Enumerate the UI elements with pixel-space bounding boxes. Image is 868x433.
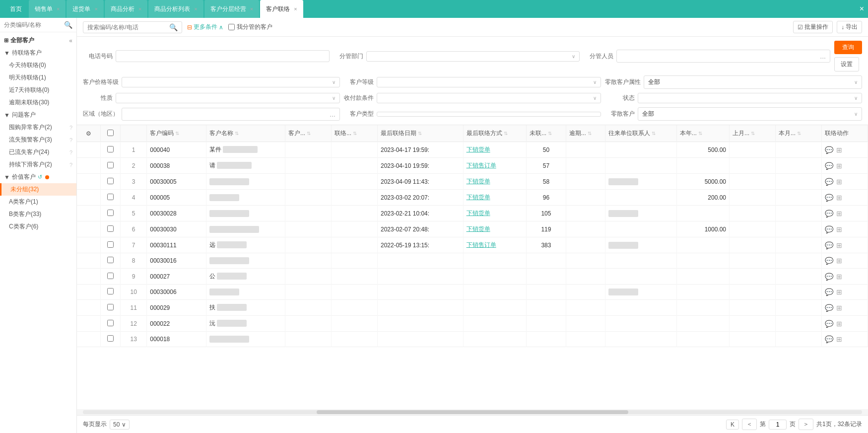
- action-grid-icon-8[interactable]: ⊞: [836, 273, 842, 281]
- row-lastway-link-4[interactable]: 下销货单: [467, 210, 490, 216]
- sidebar-item-classC[interactable]: C类客户(6): [0, 220, 76, 233]
- row-check-8[interactable]: [101, 269, 121, 285]
- horizontal-scrollbar[interactable]: [83, 410, 862, 414]
- row-checkbox-2[interactable]: [107, 178, 114, 184]
- thisyear-sort-icon[interactable]: ⇅: [698, 131, 702, 136]
- sidebar-item-overdue[interactable]: 逾期未联络(30): [0, 96, 76, 109]
- lastdate-sort-icon[interactable]: ⇅: [418, 131, 422, 136]
- sidebar-item-tomorrow[interactable]: 明天待联络(1): [0, 72, 76, 84]
- action-grid-icon-11[interactable]: ⊞: [836, 320, 842, 328]
- filter-search-input[interactable]: [87, 24, 167, 31]
- filter-scatter-select[interactable]: 全部 ∨: [638, 107, 862, 121]
- tab-customer-contact-close[interactable]: ×: [294, 6, 297, 12]
- action-chat-icon-2[interactable]: 💬: [825, 178, 833, 186]
- tab-customer-tier-close[interactable]: ×: [250, 6, 253, 12]
- action-grid-icon-1[interactable]: ⊞: [836, 162, 842, 170]
- next-page-button[interactable]: ＞: [799, 419, 813, 430]
- thismonth-sort-icon[interactable]: ⇅: [797, 131, 801, 136]
- sidebar-item-classA[interactable]: A类客户(1): [0, 196, 76, 208]
- row-lastway-link-1[interactable]: 下销售订单: [467, 162, 496, 169]
- sidebar-item-declining[interactable]: 持续下滑客户(2) ?: [0, 158, 76, 171]
- filter-nature-select[interactable]: ∨: [116, 93, 340, 103]
- sidebar-item-today[interactable]: 今天待联络(0): [0, 59, 76, 72]
- row-check-11[interactable]: [101, 316, 121, 332]
- filter-scatter-attr-select[interactable]: 全部 ∨: [644, 75, 862, 89]
- row-checkbox-3[interactable]: [107, 194, 114, 200]
- filter-cust-type-select[interactable]: [377, 112, 601, 117]
- action-chat-icon-7[interactable]: 💬: [825, 257, 833, 265]
- filter-person-dots[interactable]: ...: [820, 52, 826, 60]
- my-customer-check[interactable]: [228, 24, 235, 30]
- sidebar-collapse-btn[interactable]: «: [69, 37, 72, 44]
- export-button[interactable]: ↓ 导出: [837, 21, 862, 33]
- row-check-12[interactable]: [101, 332, 121, 347]
- row-checkbox-6[interactable]: [107, 241, 114, 248]
- select-all-checkbox[interactable]: [107, 130, 114, 136]
- sidebar-group-value[interactable]: ▼ 价值客户 ↺: [0, 171, 76, 183]
- tab-sales[interactable]: 销售单 ×: [29, 0, 66, 18]
- tab-purchase[interactable]: 进货单 ×: [67, 0, 103, 18]
- action-grid-icon-12[interactable]: ⊞: [836, 335, 842, 343]
- refresh-icon[interactable]: ↺: [38, 174, 42, 180]
- action-chat-icon-1[interactable]: 💬: [825, 162, 833, 170]
- tab-customer-contact[interactable]: 客户联络 ×: [260, 0, 303, 18]
- col-check-header[interactable]: [101, 125, 121, 142]
- row-checkbox-9[interactable]: [107, 288, 114, 294]
- row-lastway-link-6[interactable]: 下销售订单: [467, 241, 496, 248]
- action-chat-icon-5[interactable]: 💬: [825, 225, 833, 233]
- row-checkbox-4[interactable]: [107, 210, 114, 216]
- reset-button[interactable]: 设置: [834, 57, 859, 72]
- row-check-5[interactable]: [101, 221, 121, 237]
- page-size-select[interactable]: 50 ∨: [110, 420, 130, 430]
- filter-region-select[interactable]: ...: [122, 108, 340, 121]
- action-chat-icon-0[interactable]: 💬: [825, 146, 833, 154]
- code-sort-icon[interactable]: ⇅: [175, 131, 179, 136]
- row-lastway-link-5[interactable]: 下销货单: [467, 225, 490, 232]
- action-grid-icon-9[interactable]: ⊞: [836, 288, 842, 296]
- row-checkbox-7[interactable]: [107, 257, 114, 263]
- row-checkbox-8[interactable]: [107, 273, 114, 279]
- sidebar-item-classB[interactable]: B类客户(33): [0, 208, 76, 220]
- row-check-3[interactable]: [101, 190, 121, 206]
- tab-home[interactable]: 首页: [4, 0, 28, 18]
- action-chat-icon-8[interactable]: 💬: [825, 273, 833, 281]
- filter-status-select[interactable]: ∨: [638, 93, 862, 103]
- row-lastway-link-3[interactable]: 下销货单: [467, 194, 490, 201]
- tab-goods-analysis-list[interactable]: 商品分析列表 ×: [148, 0, 203, 18]
- lastway-sort-icon[interactable]: ⇅: [504, 131, 508, 136]
- filter-phone-input[interactable]: [116, 50, 330, 62]
- action-grid-icon-0[interactable]: ⊞: [836, 146, 842, 154]
- filter-payment-select[interactable]: ∨: [377, 93, 601, 103]
- my-customer-checkbox[interactable]: 我分管的客户: [228, 23, 272, 31]
- cat-sort-icon[interactable]: ⇅: [307, 131, 311, 136]
- action-chat-icon-4[interactable]: 💬: [825, 210, 833, 217]
- sidebar-item-unsorted[interactable]: 未分组(32): [0, 183, 76, 196]
- row-check-7[interactable]: [101, 253, 121, 269]
- tab-sales-close[interactable]: ×: [57, 6, 60, 12]
- bizcontact-sort-icon[interactable]: ⇅: [652, 131, 656, 136]
- action-chat-icon-3[interactable]: 💬: [825, 194, 833, 202]
- filter-person-select[interactable]: ...: [616, 50, 830, 63]
- sidebar-all-customers[interactable]: ⊞ 全部客户 «: [0, 32, 76, 47]
- action-chat-icon-9[interactable]: 💬: [825, 288, 833, 296]
- row-check-10[interactable]: [101, 300, 121, 316]
- page-input[interactable]: [769, 420, 787, 430]
- contact-sort-icon[interactable]: ⇅: [353, 131, 357, 136]
- sidebar-item-7days[interactable]: 近7天待联络(0): [0, 84, 76, 96]
- row-lastway-link-2[interactable]: 下销货单: [467, 178, 490, 185]
- row-checkbox-10[interactable]: [107, 304, 114, 310]
- scrollbar-thumb[interactable]: [317, 410, 628, 414]
- lastmonth-sort-icon[interactable]: ⇅: [751, 131, 755, 136]
- filter-more-btn[interactable]: ⊟ 更多条件 ∧: [187, 23, 223, 31]
- sidebar-group-problem[interactable]: ▼ 问题客户: [0, 109, 76, 121]
- tab-customer-tier[interactable]: 客户分层经营 ×: [204, 0, 259, 18]
- filter-price-grade-select[interactable]: ∨: [122, 77, 340, 87]
- row-check-6[interactable]: [101, 237, 121, 253]
- batch-operate-button[interactable]: ☑ 批量操作: [793, 21, 833, 33]
- name-sort-icon[interactable]: ⇅: [235, 131, 239, 136]
- row-checkbox-12[interactable]: [107, 335, 114, 342]
- filter-region-dots[interactable]: ...: [330, 110, 335, 118]
- action-grid-icon-10[interactable]: ⊞: [836, 304, 842, 312]
- sidebar-group-waiting[interactable]: ▼ 待联络客户: [0, 47, 76, 59]
- action-chat-icon-12[interactable]: 💬: [825, 335, 833, 343]
